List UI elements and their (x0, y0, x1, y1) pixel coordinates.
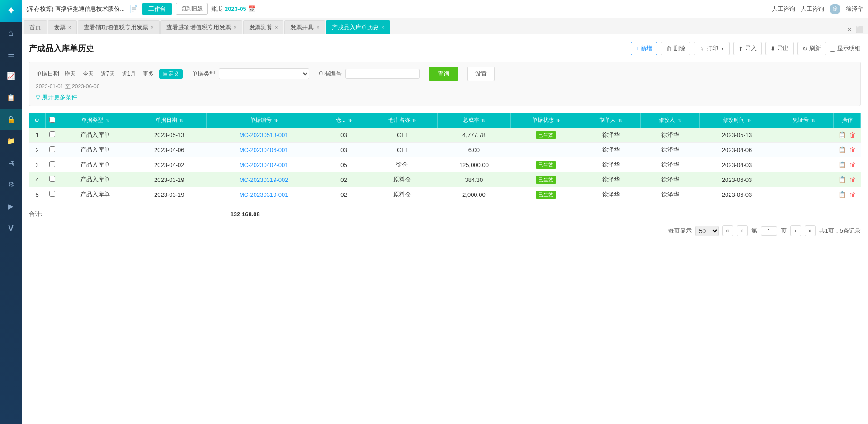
sidebar-item-documents[interactable]: 📋 (0, 87, 22, 109)
tab-invoice-open[interactable]: 发票开具 × (284, 20, 325, 34)
last-page-button[interactable]: » (805, 225, 816, 236)
user-name[interactable]: 徐泽华 (846, 5, 863, 13)
close-icon[interactable]: × (234, 25, 236, 30)
row-number-link[interactable]: MC-20230402-001 (207, 157, 321, 172)
show-detail-checkbox[interactable]: 显示明细 (830, 44, 861, 52)
type-col-header[interactable]: 单据类型 ⇅ (59, 113, 132, 128)
sidebar-item-print[interactable]: 🖨 (0, 152, 22, 174)
row-checkbox[interactable] (45, 143, 59, 157)
tab-product-history[interactable]: 产成品入库单历史 × (326, 20, 390, 34)
row-creator: 徐泽华 (581, 157, 641, 172)
type-filter-select[interactable] (219, 68, 309, 79)
total-cost-col-header[interactable]: 总成本 ⇅ (437, 113, 510, 128)
row-modify-time: 2023-06-03 (700, 172, 774, 187)
delete-row-icon[interactable]: 🗑 (849, 146, 856, 153)
add-button[interactable]: + 新增 (631, 42, 657, 55)
voucher-col-header[interactable]: 凭证号 ⇅ (774, 113, 833, 128)
company-selector[interactable]: (库存核算) 直播轻抱通信息技术股份... ▼ (26, 5, 126, 13)
edit-icon[interactable]: 📋 (838, 161, 846, 168)
modify-time-col-header[interactable]: 修改时间 ⇅ (700, 113, 774, 128)
app-logo[interactable]: ✦ (0, 0, 22, 22)
close-icon[interactable]: × (151, 25, 154, 30)
query-button[interactable]: 查询 (429, 67, 458, 81)
warehouse-name-col-header[interactable]: 仓库名称 ⇅ (367, 113, 437, 128)
custom-date-button[interactable]: 自定义 (159, 69, 183, 79)
shortcut-7days[interactable]: 近7天 (99, 70, 117, 78)
prev-page-button[interactable]: ‹ (737, 225, 748, 236)
refresh-button[interactable]: ↻ 刷新 (797, 42, 826, 55)
number-col-header[interactable]: 单据编号 ⇅ (207, 113, 321, 128)
select-all-checkbox[interactable] (49, 117, 55, 123)
shortcut-1month[interactable]: 近1月 (120, 70, 138, 78)
row-checkbox[interactable] (45, 172, 59, 187)
delete-row-icon[interactable]: 🗑 (849, 131, 856, 138)
close-icon[interactable]: × (382, 25, 384, 30)
sidebar-item-play[interactable]: ▶ (0, 195, 22, 217)
row-number-link[interactable]: MC-20230319-001 (207, 187, 321, 202)
next-page-button[interactable]: › (790, 225, 801, 236)
show-detail-input[interactable] (830, 46, 835, 52)
support-text[interactable]: 人工咨询 (801, 5, 824, 13)
delete-row-icon[interactable]: 🗑 (849, 161, 856, 168)
tab-invoices[interactable]: 发票 × (48, 20, 77, 34)
import-button[interactable]: ⬆ 导入 (733, 42, 762, 55)
edit-icon[interactable]: 📋 (838, 191, 846, 198)
row-checkbox[interactable] (45, 187, 59, 202)
per-page-select[interactable]: 50 100 (695, 226, 719, 236)
support-label[interactable]: 人工咨询 (772, 5, 795, 13)
shortcut-more[interactable]: 更多 (141, 70, 156, 78)
status-col-header[interactable]: 单据状态 ⇅ (510, 113, 581, 128)
sidebar-item-security[interactable]: 🔒 (0, 109, 22, 130)
row-total-cost: 6.00 (437, 143, 510, 157)
print-button[interactable]: 🖨 打印 ▼ (694, 42, 730, 55)
close-icon[interactable]: × (68, 25, 71, 30)
calendar-icon[interactable]: 📅 (248, 5, 255, 12)
maximize-icon[interactable]: ⬜ (856, 26, 863, 33)
number-filter-input[interactable] (345, 69, 420, 79)
tab-sales-vat[interactable]: 查看销项增值税专用发票 × (78, 20, 160, 34)
tab-purchase-vat[interactable]: 查看进项增值税专用发票 × (160, 20, 242, 34)
shortcut-today[interactable]: 今天 (81, 70, 95, 78)
edit-icon[interactable]: 📋 (838, 176, 846, 183)
row-number-link[interactable]: MC-20230513-001 (207, 128, 321, 143)
delete-row-icon[interactable]: 🗑 (849, 176, 856, 183)
sidebar-item-version[interactable]: V (0, 217, 22, 239)
close-icon[interactable]: × (316, 25, 319, 30)
page-input[interactable] (761, 226, 777, 236)
row-number-link[interactable]: MC-20230406-001 (207, 143, 321, 157)
warehouse-code-col-header[interactable]: 仓... ⇅ (321, 113, 367, 128)
sidebar-item-home[interactable]: ⌂ (0, 22, 22, 43)
sidebar-item-files[interactable]: 📁 (0, 130, 22, 152)
close-icon[interactable]: × (275, 25, 278, 30)
sidebar-item-menu[interactable]: ☰ (0, 43, 22, 65)
tab-sales-vat-label: 查看销项增值税专用发票 (84, 24, 148, 32)
edit-icon[interactable]: 📋 (838, 131, 846, 138)
tab-home[interactable]: 首页 (24, 20, 47, 34)
tab-invoice-calc[interactable]: 发票测算 × (243, 20, 284, 34)
delete-button[interactable]: 🗑 删除 (661, 42, 690, 55)
table-row: 2 产品入库单 2023-04-06 MC-20230406-001 03 GE… (29, 143, 861, 157)
row-number-link[interactable]: MC-20230319-002 (207, 172, 321, 187)
switch-version-button[interactable]: 切到旧版 (176, 3, 208, 15)
filter-settings-button[interactable]: 设置 (467, 67, 495, 81)
row-checkbox[interactable] (45, 157, 59, 172)
modifier-col-header[interactable]: 修改人 ⇅ (641, 113, 700, 128)
workbench-button[interactable]: 工作台 (142, 3, 172, 15)
tabbar: 首页 发票 × 查看销项增值税专用发票 × 查看进项增值税专用发票 × 发票测算… (22, 18, 868, 34)
row-checkbox[interactable] (45, 128, 59, 143)
shortcut-yesterday[interactable]: 昨天 (63, 70, 77, 78)
tab-invoice-calc-label: 发票测算 (249, 24, 273, 32)
date-col-header[interactable]: 单据日期 ⇅ (132, 113, 207, 128)
sidebar-item-analytics[interactable]: 📈 (0, 65, 22, 87)
sidebar-item-settings[interactable]: ⚙ (0, 174, 22, 195)
topbar-right: 人工咨询 人工咨询 徐 徐泽华 (772, 4, 863, 14)
settings-col-header[interactable]: ⚙ (29, 113, 45, 128)
delete-row-icon[interactable]: 🗑 (849, 191, 856, 198)
close-all-icon[interactable]: ✕ (847, 26, 852, 33)
edit-icon[interactable]: 📋 (838, 146, 846, 153)
first-page-button[interactable]: « (722, 225, 733, 236)
creator-col-header[interactable]: 制单人 ⇅ (581, 113, 641, 128)
expand-more-button[interactable]: ▽ 展开更多条件 (36, 93, 854, 101)
checkbox-col-header[interactable] (45, 113, 59, 128)
export-button[interactable]: ⬇ 导出 (765, 42, 794, 55)
